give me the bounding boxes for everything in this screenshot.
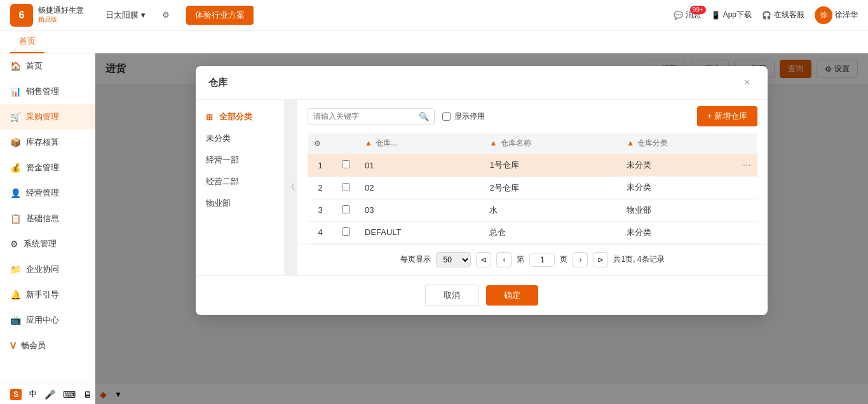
sidebar-label-newbie: 新手引导 [26, 289, 59, 300]
page-last-btn[interactable]: ⊳ [593, 252, 608, 267]
show-disabled-checkbox[interactable] [442, 112, 451, 121]
sidebar-item-system[interactable]: ⚙ 系统管理 [0, 231, 95, 257]
modal-overlay: 仓库 × ⊞ 全部分类 未分类 经营一 [95, 53, 868, 404]
category-property[interactable]: 物业部 [196, 192, 284, 214]
row-category-1: 未分类 ··· [620, 154, 757, 177]
sidebar-label-sales: 销售管理 [26, 86, 59, 97]
sidebar-item-vip[interactable]: V 畅会员 [0, 333, 95, 358]
table-row[interactable]: 4 DEFAULT 总仓 未分类 [308, 221, 757, 243]
sidebar-item-home[interactable]: 🏠 首页 [0, 53, 95, 79]
status-keyboard-icon[interactable]: ⌨ [63, 389, 76, 400]
pagination: 每页显示 50 100 200 ⊲ ‹ 第 页 › [297, 244, 768, 275]
sort-icon-cat: ▲ [627, 138, 634, 147]
search-wrap: 🔍 [308, 108, 435, 125]
message-btn[interactable]: 💬 消息 99+ [674, 10, 701, 20]
vip-icon: V [10, 340, 16, 351]
show-disabled-label[interactable]: 显示停用 [442, 111, 485, 122]
page-first-btn[interactable]: ⊲ [476, 252, 491, 267]
sidebar-item-operations[interactable]: 👤 经营管理 [0, 180, 95, 206]
confirm-button[interactable]: 确定 [486, 285, 538, 306]
sidebar-collapse-btn[interactable]: 《 [285, 100, 297, 275]
category-all-header[interactable]: ⊞ 全部分类 [196, 106, 284, 128]
modal-category-sidebar: ⊞ 全部分类 未分类 经营一部 经营二部 物业部 [196, 100, 285, 275]
newbie-icon: 🔔 [10, 290, 21, 300]
row-name-2: 2号仓库 [483, 177, 620, 199]
toolbar-left: 🔍 显示停用 [308, 108, 485, 125]
finance-icon: 💰 [10, 163, 21, 173]
sidebar-item-base-info[interactable]: 📋 基础信息 [0, 206, 95, 231]
search-input[interactable] [313, 112, 415, 121]
show-disabled-text: 显示停用 [454, 111, 485, 122]
row-num-3: 3 [308, 199, 333, 221]
category-ops1[interactable]: 经营一部 [196, 149, 284, 171]
sidebar-item-app-center[interactable]: 📺 应用中心 [0, 307, 95, 333]
inventory-icon: 📦 [10, 137, 21, 147]
row-code-4: DEFAULT [358, 221, 483, 243]
sort-icon-code: ▲ [365, 138, 372, 147]
th-name-label: 仓库名称 [501, 138, 531, 147]
row-num-1: 1 [308, 154, 333, 177]
warehouse-modal: 仓库 × ⊞ 全部分类 未分类 经营一 [196, 66, 768, 315]
th-category-label: 仓库分类 [637, 138, 668, 147]
sidebar-item-inventory[interactable]: 📦 库存核算 [0, 130, 95, 155]
app-download-btn[interactable]: 📱 App下载 [711, 10, 752, 20]
search-icon: 🔍 [419, 112, 429, 121]
dropdown-icon: ▾ [141, 10, 146, 20]
trial-button[interactable]: 体验行业方案 [186, 6, 254, 25]
per-page-select[interactable]: 50 100 200 [436, 252, 471, 267]
category-unclassified-label: 未分类 [206, 133, 231, 143]
status-mic-icon[interactable]: 🎤 [44, 389, 55, 400]
add-warehouse-btn[interactable]: + 新增仓库 [697, 106, 757, 126]
system-icon: ⚙ [10, 239, 18, 249]
total-info: 共1页, 4条记录 [613, 254, 664, 265]
sidebar-item-sales[interactable]: 📊 销售管理 [0, 79, 95, 104]
th-category[interactable]: ▲ 仓库分类 [620, 133, 757, 154]
cancel-button[interactable]: 取消 [425, 285, 478, 306]
th-name[interactable]: ▲ 仓库名称 [483, 133, 620, 154]
user-area[interactable]: 徐 徐泽华 [815, 6, 858, 24]
category-unclassified[interactable]: 未分类 [196, 128, 284, 149]
sidebar-item-finance[interactable]: 💰 资金管理 [0, 155, 95, 180]
settings-icon-btn[interactable]: ⚙ [156, 5, 176, 25]
sidebar-label-finance: 资金管理 [26, 162, 59, 173]
row-name-4: 总仓 [483, 221, 620, 243]
row-category-4: 未分类 [620, 221, 757, 243]
page-next-btn[interactable]: › [573, 252, 588, 267]
main-content: 进货 🖨 打印 ↑ 导出 ↻ 刷新 查询 ⚙ [95, 53, 868, 404]
modal-close-btn[interactable]: × [740, 75, 755, 90]
table-row[interactable]: 2 02 2号仓库 未分类 [308, 177, 757, 199]
row-checkbox-1[interactable] [333, 154, 358, 177]
nav-tabs: 首页 [0, 30, 868, 53]
page-prev-btn[interactable]: ‹ [496, 252, 512, 267]
logo-sub: 精品版 [38, 15, 84, 24]
sidebar-label-purchase: 采购管理 [26, 111, 59, 123]
category-ops2-label: 经营二部 [206, 177, 239, 186]
table-header-row: ⚙ ▲ 仓库... ▲ 仓库名称 [308, 133, 757, 154]
store-selector[interactable]: 日太阳膜 ▾ [105, 10, 146, 21]
th-code[interactable]: ▲ 仓库... [358, 133, 483, 154]
row-checkbox-3[interactable] [333, 199, 358, 221]
table-row[interactable]: 3 03 水 物业部 [308, 199, 757, 221]
logo-text: 畅捷通好生意 [38, 6, 84, 16]
sidebar-item-newbie[interactable]: 🔔 新手引导 [0, 282, 95, 307]
table-row[interactable]: 1 01 1号仓库 未分类 ··· [308, 154, 757, 177]
page-input[interactable] [529, 253, 555, 267]
online-service-btn[interactable]: 🎧 在线客服 [762, 10, 804, 20]
user-avatar: 徐 [815, 6, 832, 24]
sidebar-item-purchase[interactable]: 🛒 采购管理 [0, 104, 95, 130]
status-zh-icon[interactable]: 中 [29, 389, 37, 400]
row-checkbox-2[interactable] [333, 177, 358, 199]
row-num-2: 2 [308, 177, 333, 199]
row-action-1[interactable]: ··· [743, 159, 751, 171]
tab-home[interactable]: 首页 [10, 30, 44, 53]
sidebar: 🏠 首页 📊 销售管理 🛒 采购管理 📦 库存核算 💰 资金管理 👤 经营管理 … [0, 53, 95, 404]
row-checkbox-4[interactable] [333, 221, 358, 243]
status-monitor-icon[interactable]: 🖥 [83, 389, 92, 400]
category-ops2[interactable]: 经营二部 [196, 171, 284, 192]
sidebar-label-system: 系统管理 [24, 238, 57, 250]
message-badge: 99+ [690, 6, 706, 14]
headset-icon: 🎧 [762, 11, 771, 20]
th-checkbox [333, 133, 358, 154]
sidebar-item-enterprise[interactable]: 📁 企业协同 [0, 257, 95, 282]
main-layout: 🏠 首页 📊 销售管理 🛒 采购管理 📦 库存核算 💰 资金管理 👤 经营管理 … [0, 53, 868, 404]
